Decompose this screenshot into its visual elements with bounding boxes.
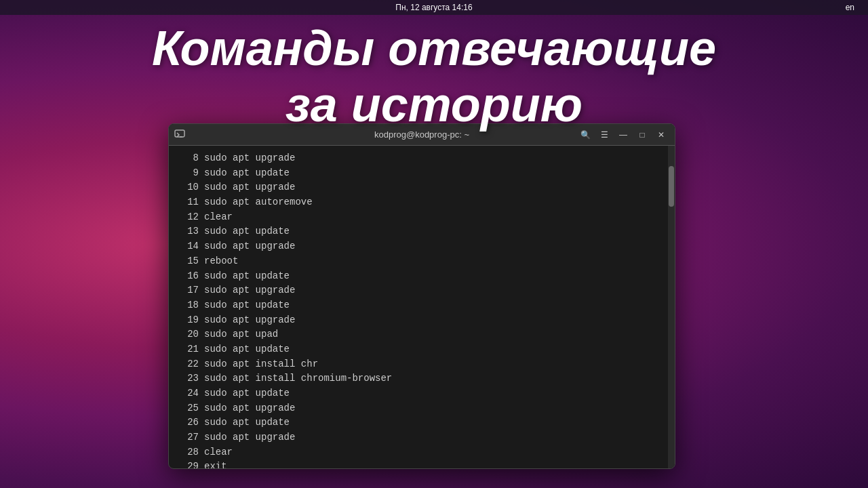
- command-text: sudo apt autoremove: [204, 195, 313, 210]
- line-number: 27: [177, 430, 204, 445]
- line-number: 21: [177, 342, 204, 357]
- command-text: sudo apt upgrade: [204, 283, 295, 298]
- command-text: sudo apt install chromium-browser: [204, 371, 392, 386]
- list-item: 16sudo apt update: [177, 269, 667, 284]
- list-item: 18sudo apt update: [177, 298, 667, 313]
- line-number: 14: [177, 239, 204, 254]
- line-number: 17: [177, 283, 204, 298]
- list-item: 8sudo apt upgrade: [177, 151, 667, 166]
- line-number: 8: [177, 151, 204, 166]
- terminal-window: kodprog@kodprog-pc: ~ 🔍 ☰ — □ ✕ 8sudo ap…: [168, 123, 675, 469]
- command-text: sudo apt update: [204, 224, 290, 239]
- list-item: 25sudo apt upgrade: [177, 401, 667, 416]
- line-number: 25: [177, 401, 204, 416]
- command-text: sudo apt update: [204, 298, 290, 313]
- line-number: 23: [177, 371, 204, 386]
- command-text: sudo apt update: [204, 269, 290, 284]
- list-item: 19sudo apt upgrade: [177, 313, 667, 328]
- list-item: 15reboot: [177, 254, 667, 269]
- command-text: sudo apt upgrade: [204, 151, 295, 166]
- scrollbar-thumb[interactable]: [669, 166, 674, 207]
- command-text: sudo apt update: [204, 415, 290, 430]
- line-number: 20: [177, 327, 204, 342]
- line-number: 22: [177, 357, 204, 372]
- line-number: 28: [177, 445, 204, 460]
- list-item: 17sudo apt upgrade: [177, 283, 667, 298]
- command-text: clear: [204, 210, 233, 225]
- command-text: sudo apt update: [204, 386, 290, 401]
- command-text: sudo apt upgrade: [204, 430, 295, 445]
- line-number: 18: [177, 298, 204, 313]
- command-text: exit: [204, 460, 227, 468]
- line-number: 10: [177, 180, 204, 195]
- list-item: 20sudo apt upad: [177, 327, 667, 342]
- command-text: sudo apt upad: [204, 327, 278, 342]
- command-text: sudo apt update: [204, 166, 290, 181]
- list-item: 9sudo apt update: [177, 166, 667, 181]
- command-text: sudo apt update: [204, 342, 290, 357]
- list-item: 21sudo apt update: [177, 342, 667, 357]
- command-text: sudo apt install chr: [204, 357, 318, 372]
- taskbar: Пн, 12 августа 14:16 en: [0, 0, 868, 15]
- list-item: 22sudo apt install chr: [177, 357, 667, 372]
- list-item: 10sudo apt upgrade: [177, 180, 667, 195]
- list-item: 11sudo apt autoremove: [177, 195, 667, 210]
- line-number: 15: [177, 254, 204, 269]
- line-number: 16: [177, 269, 204, 284]
- list-item: 14sudo apt upgrade: [177, 239, 667, 254]
- command-text: sudo apt upgrade: [204, 239, 295, 254]
- command-list: 8sudo apt upgrade9sudo apt update10sudo …: [177, 151, 667, 468]
- command-text: reboot: [204, 254, 238, 269]
- line-number: 9: [177, 166, 204, 181]
- list-item: 13sudo apt update: [177, 224, 667, 239]
- command-text: sudo apt upgrade: [204, 180, 295, 195]
- line-number: 12: [177, 210, 204, 225]
- line-number: 24: [177, 386, 204, 401]
- list-item: 12clear: [177, 210, 667, 225]
- terminal-content: 8sudo apt upgrade9sudo apt update10sudo …: [169, 146, 675, 468]
- overlay-title: Команды отвечающие за историю: [0, 20, 868, 133]
- line-number: 26: [177, 415, 204, 430]
- line-number: 13: [177, 224, 204, 239]
- list-item: 27sudo apt upgrade: [177, 430, 667, 445]
- list-item: 26sudo apt update: [177, 415, 667, 430]
- command-text: clear: [204, 445, 233, 460]
- line-number: 19: [177, 313, 204, 328]
- list-item: 24sudo apt update: [177, 386, 667, 401]
- list-item: 28clear: [177, 445, 667, 460]
- list-item: 29exit: [177, 460, 667, 468]
- taskbar-time: Пн, 12 августа 14:16: [395, 3, 472, 12]
- scrollbar[interactable]: [668, 146, 675, 468]
- line-number: 29: [177, 460, 204, 468]
- command-text: sudo apt upgrade: [204, 313, 295, 328]
- title-line1: Команды отвечающие за историю: [0, 20, 868, 133]
- taskbar-lang: en: [846, 3, 854, 12]
- list-item: 23sudo apt install chromium-browser: [177, 371, 667, 386]
- line-number: 11: [177, 195, 204, 210]
- command-text: sudo apt upgrade: [204, 401, 295, 416]
